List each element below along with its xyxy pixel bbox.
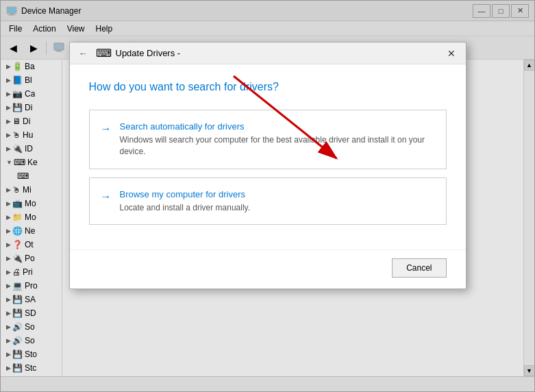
option-2-arrow: → bbox=[101, 191, 112, 203]
update-drivers-dialog: ← ⌨ Update Drivers - ✕ How do you want t… bbox=[69, 42, 466, 289]
dialog-overlay: ← ⌨ Update Drivers - ✕ How do you want t… bbox=[1, 1, 534, 391]
dialog-footer: Cancel bbox=[70, 249, 466, 289]
dialog-device-icon: ⌨ bbox=[96, 47, 112, 60]
option-2-description: Locate and install a driver manually. bbox=[120, 202, 251, 214]
search-automatically-option[interactable]: → Search automatically for drivers Windo… bbox=[89, 110, 447, 169]
option-1-description: Windows will search your computer for th… bbox=[120, 134, 435, 158]
option-1-title: Search automatically for drivers bbox=[120, 121, 435, 132]
option-2-content: Browse my computer for drivers Locate an… bbox=[120, 189, 251, 214]
dialog-title-bar: ← ⌨ Update Drivers - ✕ bbox=[70, 42, 466, 64]
dialog-back-button[interactable]: ← bbox=[75, 45, 92, 62]
dialog-title: Update Drivers - bbox=[116, 48, 443, 58]
dialog-close-button[interactable]: ✕ bbox=[443, 45, 460, 62]
browse-manually-option[interactable]: → Browse my computer for drivers Locate … bbox=[89, 177, 447, 225]
option-1-arrow: → bbox=[101, 123, 112, 135]
cancel-button[interactable]: Cancel bbox=[392, 258, 446, 278]
option-1-content: Search automatically for drivers Windows… bbox=[120, 121, 435, 158]
dialog-body: How do you want to search for drivers? →… bbox=[70, 64, 466, 249]
option-2-title: Browse my computer for drivers bbox=[120, 189, 251, 199]
main-window: Device Manager — □ ✕ File Action View He… bbox=[0, 0, 535, 392]
dialog-question: How do you want to search for drivers? bbox=[89, 81, 447, 93]
